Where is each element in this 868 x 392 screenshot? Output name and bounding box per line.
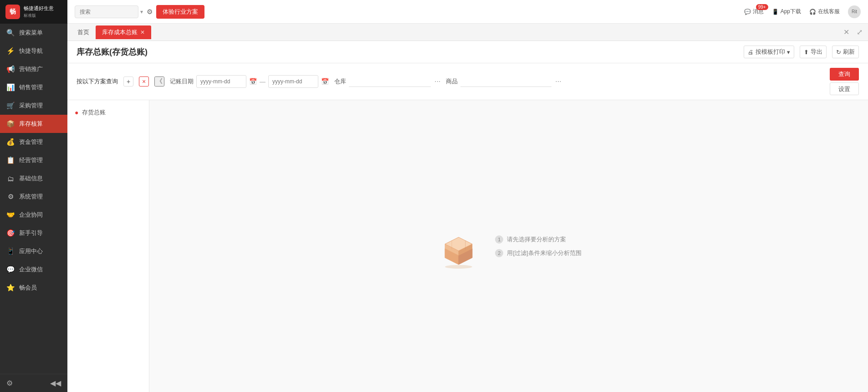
product-more-icon[interactable]: ··· — [555, 77, 561, 86]
ledger-label: 存货总账 — [82, 108, 106, 117]
search-input[interactable] — [75, 5, 138, 18]
sidebar-item-newbie[interactable]: 🎯新手引导 — [0, 224, 67, 242]
filter-add-btn[interactable]: + — [123, 76, 133, 87]
sidebar-item-vip[interactable]: ⭐畅会员 — [0, 279, 67, 297]
sidebar-item-quick-nav[interactable]: ⚡快捷导航 — [0, 42, 67, 60]
page-title: 库存总账(存货总账) — [77, 46, 148, 57]
app-download-label: App下载 — [781, 8, 801, 15]
empty-content: 1 请先选择要分析的方案 2 用[过滤]条件来缩小分析范围 — [436, 224, 581, 269]
message-icon: 💬 — [744, 9, 751, 15]
sidebar-item-wechat[interactable]: 💬企业微信 — [0, 260, 67, 279]
empty-state: 1 请先选择要分析的方案 2 用[过滤]条件来缩小分析范围 — [149, 100, 868, 392]
tabs-bar: 首页 库存成本总账 ✕ ✕ ⤢ — [67, 24, 868, 41]
filter-close-btn[interactable]: × — [139, 76, 149, 87]
filter-bar: 按以下方案查询 + × 《 记账日期 📅 — 📅 仓库 ··· 商品 ··· — [67, 63, 868, 100]
sidebar-logo: 畅 畅捷通好生意 标准版 — [0, 0, 67, 24]
main-area: ▾ ⚙ 体验行业方案 💬 消息 99+ 📱 App下载 🎧 在线客服 Rit — [67, 0, 868, 392]
sidebar-icon-search-menu: 🔍 — [6, 29, 15, 37]
page-header-actions: 🖨 按模板打印 ▾ ⬆ 导出 ↻ 刷新 — [744, 46, 859, 58]
sidebar-item-purchase[interactable]: 🛒采购管理 — [0, 97, 67, 115]
print-template-btn[interactable]: 🖨 按模板打印 ▾ — [744, 46, 794, 58]
panel-close-icon[interactable]: ✕ — [843, 28, 849, 36]
empty-illustration — [436, 224, 481, 269]
calendar-end-icon[interactable]: 📅 — [321, 78, 329, 85]
filter-product-group: 商品 ··· — [446, 76, 561, 87]
refresh-btn[interactable]: ↻ 刷新 — [832, 46, 859, 58]
left-panel: ● 存货总账 — [67, 100, 149, 392]
filter-label: 按以下方案查询 — [77, 77, 118, 86]
sidebar-item-inventory[interactable]: 📦库存核算 — [0, 115, 67, 133]
sidebar-icon-system: ⚙ — [6, 193, 15, 201]
sidebar-item-enterprise[interactable]: 🤝企业协同 — [0, 206, 67, 224]
sidebar-icon-inventory: 📦 — [6, 120, 15, 128]
sidebar-item-basic[interactable]: 🗂基础信息 — [0, 169, 67, 188]
sidebar-icon-app-center: 📱 — [6, 247, 15, 255]
sidebar-icon-wechat: 💬 — [6, 265, 15, 274]
page-content: 库存总账(存货总账) 🖨 按模板打印 ▾ ⬆ 导出 ↻ 刷新 按以下方案查询 — [67, 41, 868, 392]
message-badge: 99+ — [756, 4, 768, 10]
sidebar-item-search-menu[interactable]: 🔍搜索菜单 — [0, 24, 67, 42]
export-icon: ⬆ — [804, 49, 809, 56]
search-btn[interactable]: 查询 — [830, 68, 859, 81]
tip-item-1: 1 请先选择要分析的方案 — [495, 235, 581, 244]
filter-collapse-btn[interactable]: 《 — [154, 76, 164, 87]
sidebar-item-app-center[interactable]: 📱应用中心 — [0, 242, 67, 260]
warehouse-label: 仓库 — [334, 77, 346, 86]
panel-expand-icon[interactable]: ⤢ — [857, 28, 863, 36]
sidebar-item-sales[interactable]: 📊销售管理 — [0, 78, 67, 97]
filter-warehouse-group: 仓库 ··· — [334, 76, 440, 87]
date-start-input[interactable] — [196, 75, 246, 88]
sidebar-icon-marketing: 📢 — [6, 65, 15, 73]
sidebar-item-system[interactable]: ⚙系统管理 — [0, 188, 67, 206]
date-label: 记账日期 — [170, 77, 194, 86]
sidebar-icon-vip: ⭐ — [6, 284, 15, 292]
settings-icon[interactable]: ⚙ — [6, 379, 13, 387]
tab-close-icon[interactable]: ✕ — [140, 29, 145, 36]
empty-image — [436, 224, 481, 269]
tip-text-1: 请先选择要分析的方案 — [507, 235, 566, 244]
sidebar-item-operation[interactable]: 📋经营管理 — [0, 151, 67, 169]
settings-btn[interactable]: 设置 — [830, 82, 859, 95]
sidebar-icon-newbie: 🎯 — [6, 229, 15, 237]
gear-icon[interactable]: ⚙ — [147, 8, 153, 16]
inventory-ledger-item[interactable]: ● 存货总账 — [67, 105, 149, 120]
sidebar-icon-finance: 💰 — [6, 138, 15, 146]
tip-text-2: 用[过滤]条件来缩小分析范围 — [507, 249, 581, 257]
industry-btn[interactable]: 体验行业方案 — [156, 5, 204, 19]
tab-inventory-cost[interactable]: 库存成本总账 ✕ — [96, 25, 151, 39]
topbar: ▾ ⚙ 体验行业方案 💬 消息 99+ 📱 App下载 🎧 在线客服 Rit — [67, 0, 868, 24]
phone-icon: 📱 — [772, 9, 779, 15]
filter-actions: 查询 设置 — [830, 68, 859, 95]
ledger-icon: ● — [75, 109, 78, 116]
brand-name: 畅捷通好生意 — [24, 5, 54, 12]
warehouse-more-icon[interactable]: ··· — [434, 77, 440, 86]
tip-item-2: 2 用[过滤]条件来缩小分析范围 — [495, 249, 581, 257]
tab-home-label: 首页 — [77, 28, 89, 36]
online-service-item[interactable]: 🎧 在线客服 — [809, 8, 840, 15]
app-download-item[interactable]: 📱 App下载 — [772, 8, 801, 15]
headset-icon: 🎧 — [809, 9, 816, 15]
tip-number-1: 1 — [495, 235, 503, 244]
tab-inventory-cost-label: 库存成本总账 — [102, 28, 138, 36]
date-end-input[interactable] — [268, 75, 318, 88]
product-input[interactable] — [460, 76, 551, 87]
topbar-right: 💬 消息 99+ 📱 App下载 🎧 在线客服 Rit — [744, 5, 861, 18]
brand-badge: 标准版 — [24, 13, 54, 19]
chevron-down-icon-print: ▾ — [787, 49, 790, 56]
chevron-down-icon[interactable]: ▾ — [140, 9, 143, 15]
calendar-start-icon[interactable]: 📅 — [249, 78, 257, 85]
export-btn[interactable]: ⬆ 导出 — [800, 46, 827, 58]
topbar-search-area: ▾ ⚙ 体验行业方案 — [75, 5, 740, 19]
collapse-icon[interactable]: ◀◀ — [50, 379, 61, 387]
logo-icon: 畅 — [5, 5, 20, 19]
tab-home[interactable]: 首页 — [73, 25, 94, 39]
warehouse-input[interactable] — [349, 76, 431, 87]
online-service-label: 在线客服 — [818, 8, 840, 15]
sidebar-icon-quick-nav: ⚡ — [6, 47, 15, 55]
sidebar-item-finance[interactable]: 💰资金管理 — [0, 133, 67, 151]
print-icon: 🖨 — [748, 49, 754, 56]
user-avatar-area[interactable]: Rit — [848, 5, 861, 18]
sidebar-item-marketing[interactable]: 📢营销推广 — [0, 60, 67, 78]
message-item[interactable]: 💬 消息 99+ — [744, 8, 764, 15]
sidebar-icon-enterprise: 🤝 — [6, 211, 15, 219]
